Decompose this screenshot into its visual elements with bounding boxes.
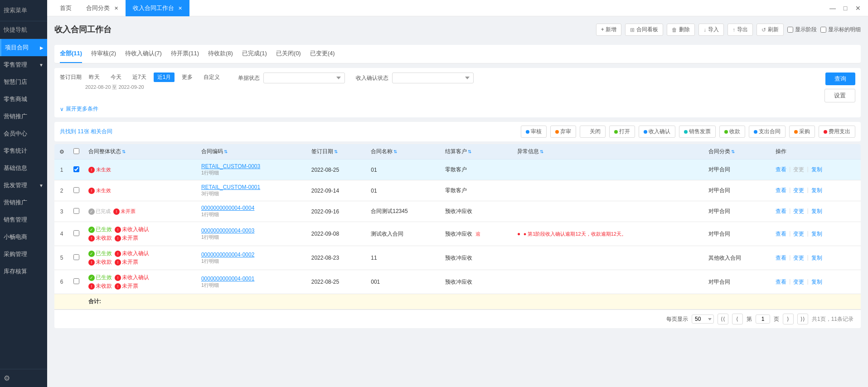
select-all-checkbox[interactable] — [73, 148, 79, 154]
th-name[interactable]: 合同名称 ⇅ — [366, 144, 441, 160]
open-contract-button[interactable]: 打开 — [609, 126, 635, 138]
row-checkbox-2[interactable] — [69, 180, 84, 201]
copy-link-2[interactable]: 复制 — [811, 187, 822, 194]
copy-link-1[interactable]: 复制 — [811, 166, 822, 174]
gear-icon[interactable]: ⚙ — [4, 374, 10, 382]
gear-settings-icon[interactable]: ⚙ — [59, 149, 64, 155]
tab-all[interactable]: 全部(11) — [60, 45, 82, 63]
delete-button[interactable]: 🗑 删除 — [667, 24, 695, 36]
sidebar-item-online-store[interactable]: 零售商城 — [0, 91, 47, 108]
row-checkbox-1[interactable] — [69, 160, 84, 180]
date-opt-last1month[interactable]: 近1月 — [154, 73, 175, 82]
refresh-button[interactable]: ↺ 刷新 — [756, 24, 784, 36]
export-button[interactable]: ↑ 导出 — [727, 24, 753, 36]
show-details-checkbox[interactable]: 显示标的明细 — [820, 26, 861, 34]
tab-pending-review[interactable]: 待审核(2) — [91, 45, 116, 63]
minimize-button[interactable]: — — [828, 4, 837, 13]
new-button[interactable]: + 新增 — [596, 24, 621, 36]
tab-closed[interactable]: 已关闭(0) — [276, 45, 301, 63]
kanban-button[interactable]: ⊞ 合同看板 — [625, 24, 663, 36]
row-checkbox-4[interactable] — [69, 222, 84, 246]
change-link-1[interactable]: 变更 — [793, 166, 804, 174]
view-link-5[interactable]: 查看 — [776, 254, 786, 262]
sidebar-item-purchase[interactable]: 采购管理 — [0, 246, 47, 263]
tab-changed[interactable]: 已变更(4) — [310, 45, 335, 63]
view-link-2[interactable]: 查看 — [776, 187, 786, 194]
next-page-button[interactable]: ⟩ — [783, 314, 794, 324]
row-code-4[interactable]: 0000000000004-0003 1行明细 — [197, 222, 307, 246]
sidebar-item-project[interactable]: 项目合同 ▶ — [0, 39, 47, 56]
row-code-3[interactable]: 0000000000004-0004 1行明细 — [197, 201, 307, 222]
th-code[interactable]: 合同编码 ⇅ — [197, 144, 307, 160]
view-link-6[interactable]: 查看 — [776, 278, 786, 286]
tab-completed[interactable]: 已完成(1) — [242, 45, 267, 63]
prev-page-button[interactable]: ⟨ — [732, 314, 743, 324]
set-button[interactable]: 设置 — [824, 89, 855, 102]
date-opt-yesterday[interactable]: 昨天 — [85, 73, 103, 82]
th-customer[interactable]: 结算客户 ⇅ — [441, 144, 513, 160]
row-code-2[interactable]: RETAIL_CUSTOM-0001 3行明细 — [197, 180, 307, 201]
view-link-3[interactable]: 查看 — [776, 208, 786, 215]
tab-pending-invoice[interactable]: 待开票(11) — [171, 45, 199, 63]
close-contract-button[interactable]: 关闭 — [580, 126, 606, 138]
sidebar-item-retail-mgmt[interactable]: 零售管理 ▼ — [0, 56, 47, 73]
sidebar-item-sales-mgmt[interactable]: 销售管理 — [0, 211, 47, 228]
sales-invoice-button[interactable]: 销售发票 — [679, 126, 716, 138]
first-page-button[interactable]: ⟨⟨ — [718, 314, 728, 324]
row-code-6[interactable]: 0000000000004-0001 1行明细 — [197, 270, 307, 294]
th-gear[interactable]: ⚙ — [54, 144, 69, 160]
row-checkbox-5[interactable] — [69, 246, 84, 270]
th-sign-date[interactable]: 签订日期 ⇅ — [307, 144, 367, 160]
th-category[interactable]: 合同分类 ⇅ — [704, 144, 771, 160]
doc-status-select[interactable] — [263, 73, 345, 83]
sidebar-item-wholesale[interactable]: 批发管理 ▼ — [0, 177, 47, 194]
sidebar-item-retail-stats[interactable]: 零售统计 — [0, 142, 47, 160]
sidebar-item-marketing[interactable]: 营销推广 — [0, 108, 47, 125]
show-stages-checkbox[interactable]: 显示阶段 — [787, 26, 817, 34]
view-link-4[interactable]: 查看 — [776, 230, 786, 238]
copy-link-3[interactable]: 复制 — [811, 208, 822, 215]
tab-close-income-workbench[interactable]: ✕ — [178, 5, 182, 11]
row-checkbox-6[interactable] — [69, 270, 84, 294]
sidebar-item-basic-info[interactable]: 基础信息 — [0, 160, 47, 177]
view-link-1[interactable]: 查看 — [776, 166, 786, 174]
change-link-2[interactable]: 变更 — [793, 187, 804, 194]
row-code-1[interactable]: RETAIL_CUSTOM-0003 1行明细 — [197, 160, 307, 180]
tab-close-contract-type[interactable]: ✕ — [114, 5, 118, 11]
sidebar-search[interactable]: 搜索菜单 — [0, 0, 47, 21]
maximize-button[interactable]: □ — [841, 4, 850, 13]
copy-link-4[interactable]: 复制 — [811, 230, 822, 238]
th-checkbox[interactable] — [69, 144, 84, 160]
change-link-6[interactable]: 变更 — [793, 278, 804, 286]
copy-link-6[interactable]: 复制 — [811, 278, 822, 286]
date-opt-custom[interactable]: 自定义 — [200, 73, 223, 82]
sidebar-item-marketing2[interactable]: 营销推广 — [0, 194, 47, 211]
th-status[interactable]: 合同整体状态 ⇅ — [84, 144, 197, 160]
purchase-button[interactable]: 采购 — [789, 126, 815, 138]
abandon-button[interactable]: 弃审 — [550, 126, 576, 138]
tab-contract-type[interactable]: 合同分类 ✕ — [79, 0, 126, 16]
page-size-select[interactable]: 50 10 20 100 — [692, 314, 714, 324]
sidebar-item-smart-store[interactable]: 智慧门店 — [0, 73, 47, 91]
expense-button[interactable]: 费用支出 — [819, 126, 855, 138]
tab-home[interactable]: 首页 — [53, 0, 79, 16]
row-code-5[interactable]: 0000000000004-0002 1行明细 — [197, 246, 307, 270]
change-link-5[interactable]: 变更 — [793, 254, 804, 262]
sidebar-item-member[interactable]: 会员中心 — [0, 125, 47, 142]
change-link-4[interactable]: 变更 — [793, 230, 804, 238]
date-opt-last7[interactable]: 近7天 — [129, 73, 150, 82]
sidebar-quick-nav[interactable]: 快捷导航 — [0, 21, 47, 39]
pay-contract-button[interactable]: 支出合同 — [749, 126, 786, 138]
query-button[interactable]: 查询 — [825, 73, 855, 85]
current-page-input[interactable] — [756, 314, 770, 324]
close-button[interactable]: ✕ — [853, 4, 863, 13]
collect-button[interactable]: 收款 — [719, 126, 745, 138]
import-button[interactable]: ↓ 导入 — [698, 24, 724, 36]
sidebar-item-inventory[interactable]: 库存核算 — [0, 263, 47, 280]
tab-pending-payment[interactable]: 待收款(8) — [208, 45, 233, 63]
review-button[interactable]: 审核 — [521, 126, 547, 138]
date-opt-more[interactable]: 更多 — [178, 73, 196, 82]
change-link-3[interactable]: 变更 — [793, 208, 804, 215]
last-page-button[interactable]: ⟩⟩ — [797, 314, 808, 324]
th-exception[interactable]: 异常信息 ⇅ — [513, 144, 704, 160]
